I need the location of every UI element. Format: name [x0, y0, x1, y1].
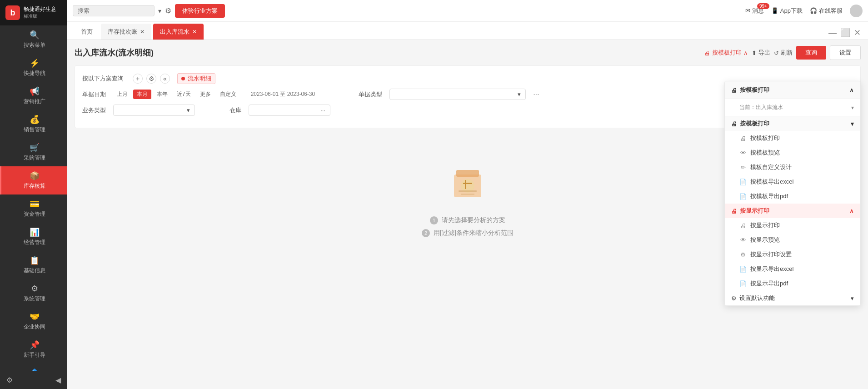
doc-type-more-icon[interactable]: ···: [533, 90, 539, 99]
template-excel-item[interactable]: 📄 按模板导出excel: [725, 175, 860, 189]
date-tab-current-month[interactable]: 本月: [133, 90, 151, 99]
tab-batch[interactable]: 库存批次账 ✕: [101, 24, 151, 40]
tab-batch-label: 库存批次账: [108, 28, 137, 36]
date-tab-last-month[interactable]: 上月: [113, 90, 131, 99]
export-btn[interactable]: ⬆ 导出: [752, 49, 770, 57]
collapse-filter-btn[interactable]: «: [160, 74, 170, 84]
collapse-sidebar-icon[interactable]: ◀: [55, 376, 61, 384]
sidebar-item-marketing[interactable]: 📢 营销推广: [0, 82, 67, 110]
print-btn[interactable]: 🖨 按模板打印 ∧: [704, 49, 748, 57]
display-print-section-header[interactable]: 🖨 按显示打印 ∧: [725, 204, 860, 218]
print-icon: 🖨: [704, 50, 710, 56]
guide-icon: 📌: [30, 340, 40, 350]
online-service-btn[interactable]: 🎧 在线客服: [810, 7, 843, 15]
template-preview-item[interactable]: 👁 按模板预览: [725, 145, 860, 160]
sidebar-item-label: 经营管理: [24, 239, 45, 246]
tab-flow[interactable]: 出入库流水 ✕: [153, 24, 204, 40]
date-tab-more[interactable]: 更多: [196, 90, 215, 99]
display-pdf-icon: 📄: [739, 280, 747, 287]
user-avatar[interactable]: [850, 5, 863, 17]
query-btn[interactable]: 查询: [796, 46, 826, 60]
display-preview-item[interactable]: 👁 按显示预览: [725, 233, 860, 247]
current-label: 当前：出入库流水: [739, 104, 783, 111]
doc-type-dropdown-icon: ▾: [518, 91, 521, 98]
sidebar-item-guide[interactable]: 📌 新手引导: [0, 335, 67, 364]
template-pdf-item[interactable]: 📄 按模板导出pdf: [725, 189, 860, 204]
print-dropdown-panel: 🖨 按模板打印 ∧ 当前：出入库流水 ▾ 🖨 按模板打印 ▾: [724, 81, 861, 306]
set-default-btn[interactable]: ⚙ 设置默认功能 ▾: [725, 291, 860, 305]
app-logo: b 畅捷通好生意 标准版: [0, 0, 67, 25]
empty-hint-2: 2 用[过滤]条件来缩小分析范围: [422, 226, 514, 239]
search-input[interactable]: [73, 5, 155, 16]
display-preview-icon: 👁: [739, 236, 747, 244]
tab-batch-close[interactable]: ✕: [140, 29, 145, 35]
messages-btn[interactable]: ✉ 消息 99+: [745, 7, 764, 15]
sidebar-item-appcenter[interactable]: 🔷 应用中心: [0, 364, 67, 371]
maximize-icon[interactable]: ⬜: [840, 28, 850, 38]
sidebar-item-label: 系统管理: [24, 295, 45, 303]
display-print-settings-label: 按显示打印设置: [750, 250, 792, 259]
display-print-item[interactable]: 🖨 按显示打印: [725, 218, 860, 233]
filter-tag-label: 流水明细: [188, 75, 211, 83]
print-dropdown-chevron-up[interactable]: ∧: [849, 87, 854, 94]
sidebar-item-label: 采购管理: [24, 154, 45, 162]
template-print-label: 按模板打印: [750, 134, 780, 142]
display-print-settings-item[interactable]: ⚙ 按显示打印设置: [725, 247, 860, 262]
headset-icon: 🎧: [810, 7, 817, 14]
sidebar-item-quicknav[interactable]: ⚡ 快捷导航: [0, 54, 67, 82]
display-excel-label: 按显示导出excel: [750, 265, 793, 273]
template-pdf-label: 按模板导出pdf: [750, 192, 788, 200]
sidebar: b 畅捷通好生意 标准版 🔍 搜索菜单 ⚡ 快捷导航 📢 营销推广 💰 销售管理…: [0, 0, 67, 389]
doc-type-select[interactable]: ▾: [389, 89, 526, 100]
logo-text: 畅捷通好生意 标准版: [24, 6, 56, 20]
sidebar-item-system[interactable]: ⚙ 系统管理: [0, 279, 67, 307]
sidebar-item-operation[interactable]: 📊 经营管理: [0, 223, 67, 251]
svg-rect-5: [459, 190, 477, 192]
sidebar-item-enterprise[interactable]: 🤝 企业协同: [0, 307, 67, 335]
date-tabs: 上月 本月 本年 近7天 更多 自定义: [113, 90, 240, 99]
svg-rect-1: [456, 170, 479, 177]
filter-section-label: 按以下方案查询: [82, 75, 124, 83]
filter-settings-btn[interactable]: ⚙: [146, 74, 156, 84]
avatar-img: [850, 5, 863, 17]
industry-btn[interactable]: 体验行业方案: [175, 4, 225, 18]
sidebar-item-label: 库存核算: [24, 182, 45, 190]
template-custom-item[interactable]: ✏ 模板自定义设计: [725, 160, 860, 175]
app-download-btn[interactable]: 📱 App下载: [771, 7, 803, 15]
sidebar-item-label: 资金管理: [24, 210, 45, 218]
date-tab-current-year[interactable]: 本年: [153, 90, 171, 99]
basic-icon: 📋: [30, 255, 40, 265]
display-excel-item[interactable]: 📄 按显示导出excel: [725, 262, 860, 276]
sidebar-item-search[interactable]: 🔍 搜索菜单: [0, 25, 67, 54]
date-tab-7days[interactable]: 近7天: [173, 90, 195, 99]
sidebar-item-sales[interactable]: 💰 销售管理: [0, 110, 67, 138]
warehouse-label: 仓库: [229, 106, 241, 115]
template-preview-label: 按模板预览: [750, 149, 780, 157]
display-print-section-label: 按显示打印: [740, 207, 769, 215]
settings-gear-icon[interactable]: ⚙: [165, 6, 171, 15]
logo-icon: b: [5, 5, 20, 20]
sidebar-item-inventory[interactable]: 📦 库存核算: [0, 166, 67, 194]
display-pdf-item[interactable]: 📄 按显示导出pdf: [725, 276, 860, 291]
refresh-btn[interactable]: ↺ 刷新: [774, 49, 793, 57]
tab-home[interactable]: 首页: [75, 24, 99, 40]
search-icon: 🔍: [30, 30, 40, 40]
warehouse-more-icon[interactable]: ···: [320, 107, 325, 114]
settings-icon[interactable]: ⚙: [6, 376, 13, 384]
date-tab-custom[interactable]: 自定义: [216, 90, 240, 99]
template-print-section-header[interactable]: 🖨 按模板打印 ▾: [725, 116, 860, 131]
settings-configure-btn[interactable]: 设置: [830, 45, 861, 60]
search-dropdown-icon[interactable]: ▾: [158, 7, 161, 15]
minimize-icon[interactable]: —: [828, 28, 837, 38]
sidebar-item-purchase[interactable]: 🛒 采购管理: [0, 138, 67, 166]
sidebar-item-finance[interactable]: 💳 资金管理: [0, 194, 67, 223]
sidebar-item-label: 企业协同: [24, 323, 45, 331]
add-filter-btn[interactable]: +: [133, 74, 143, 84]
doc-type-label: 单据类型: [359, 90, 382, 99]
sidebar-item-basic[interactable]: 📋 基础信息: [0, 251, 67, 279]
warehouse-select[interactable]: ···: [249, 105, 330, 116]
template-print-item[interactable]: 🖨 按模板打印: [725, 131, 860, 145]
tab-flow-close[interactable]: ✕: [192, 29, 197, 35]
biz-type-select[interactable]: ▾: [113, 105, 195, 116]
close-window-icon[interactable]: ✕: [854, 28, 861, 38]
